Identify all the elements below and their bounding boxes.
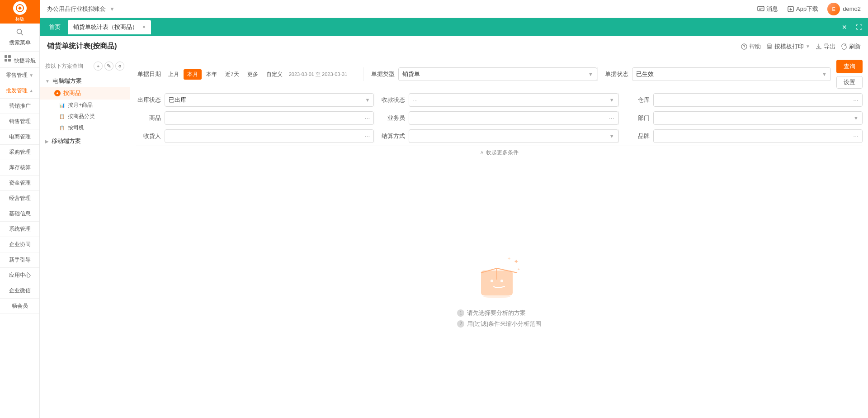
breadcrumb-dropdown-icon[interactable]: ▼ bbox=[109, 6, 115, 12]
active-scheme-dot: ● bbox=[54, 90, 61, 96]
operations-item[interactable]: 经营管理 bbox=[0, 191, 39, 206]
date-tab-more[interactable]: 更多 bbox=[244, 69, 262, 80]
warehouse-dots[interactable]: ··· bbox=[853, 96, 859, 104]
print-dropdown-icon[interactable]: ▼ bbox=[806, 44, 810, 49]
filter-doc-type-cell: 单据类型 销货单 ▼ bbox=[363, 67, 597, 81]
message-action[interactable]: 消息 bbox=[757, 5, 778, 13]
filter-consignee-cell: 收货人 ··· bbox=[136, 129, 374, 143]
system-item[interactable]: 系统管理 bbox=[0, 222, 39, 237]
svg-rect-13 bbox=[768, 47, 771, 48]
edit-scheme-icon[interactable]: ✎ bbox=[104, 62, 113, 71]
tab-home[interactable]: 首页 bbox=[43, 20, 66, 34]
inventory-item[interactable]: 库存核算 bbox=[0, 160, 39, 176]
retail-management-item[interactable]: 零售管理 ▼ bbox=[0, 68, 39, 83]
salesperson-input[interactable]: ··· bbox=[409, 111, 618, 125]
quick-nav-item[interactable]: 快捷导航 bbox=[0, 52, 39, 68]
date-tab-custom[interactable]: 自定义 bbox=[263, 69, 286, 80]
app-center-item[interactable]: 应用中心 bbox=[0, 268, 39, 283]
tab-bar: 首页 销货单统计表（按商品） × ✕ ⛶ bbox=[40, 18, 868, 36]
scheme-item-by-driver[interactable]: 📋 按司机 bbox=[40, 122, 130, 133]
print-btn[interactable]: 按模板打印 ▼ bbox=[766, 43, 810, 51]
filter-settlement-cell: 结算方式 ▼ bbox=[374, 129, 618, 143]
scheme-item-by-goods[interactable]: ● 按商品 bbox=[40, 87, 130, 100]
svg-rect-7 bbox=[758, 6, 764, 11]
dept-dropdown-icon: ▼ bbox=[854, 115, 859, 121]
tab-close-window-btn[interactable]: ✕ bbox=[839, 22, 850, 33]
filter-results-area: 单据日期 上月 本月 本年 近7天 更多 自定义 2023-03-01 至 20… bbox=[130, 55, 868, 418]
empty-tips: 1 请先选择要分析的方案 2 用[过滤]条件来缩小分析范围 bbox=[457, 309, 541, 328]
settlement-input[interactable]: ▼ bbox=[409, 129, 618, 143]
warehouse-input[interactable]: ··· bbox=[653, 93, 863, 107]
brand-label: 品牌 bbox=[624, 132, 653, 140]
scheme-sub-icon-3: 📋 bbox=[59, 125, 65, 131]
date-tab-this-year[interactable]: 本年 bbox=[203, 69, 221, 80]
app-download-action[interactable]: App下载 bbox=[787, 5, 818, 13]
consignee-dots[interactable]: ··· bbox=[365, 133, 370, 140]
date-range-text: 2023-03-01 至 2023-03-31 bbox=[289, 71, 348, 78]
enterprise-wechat-item[interactable]: 企业微信 bbox=[0, 283, 39, 299]
goods-input[interactable]: ··· bbox=[165, 111, 374, 125]
doc-type-input[interactable]: 销货单 ▼ bbox=[398, 67, 597, 81]
purchase-item[interactable]: 采购管理 bbox=[0, 145, 39, 160]
ecommerce-item[interactable]: 电商管理 bbox=[0, 129, 39, 145]
tab-active-label: 销货单统计表（按商品） bbox=[73, 23, 138, 31]
collapse-filter-btn[interactable]: ∧ 收起更多条件 bbox=[136, 146, 863, 159]
tab-maximize-btn[interactable]: ⛶ bbox=[854, 22, 864, 33]
svg-text:✦: ✦ bbox=[514, 258, 519, 265]
query-button[interactable]: 查询 bbox=[836, 60, 863, 73]
basic-info-item[interactable]: 基础信息 bbox=[0, 206, 39, 222]
app-download-label: App下载 bbox=[796, 5, 818, 13]
scheme-group-mobile-header[interactable]: ▶ 移动端方案 bbox=[40, 135, 130, 147]
sales-management-item[interactable]: 销售管理 bbox=[0, 114, 39, 129]
scheme-group-mobile-label: 移动端方案 bbox=[52, 137, 81, 145]
svg-point-15 bbox=[491, 280, 493, 282]
doc-status-input[interactable]: 已生效 ▼ bbox=[632, 67, 831, 81]
collapse-scheme-icon[interactable]: « bbox=[115, 62, 124, 71]
avatar-initials: E bbox=[832, 6, 835, 12]
brand-input[interactable]: ··· bbox=[653, 129, 863, 143]
empty-state: ✦ ✦ ✦ 1 请先选择要分析的方案 2 bbox=[130, 164, 868, 418]
breadcrumb-text: 办公用品行业模拟账套 bbox=[47, 5, 106, 13]
logo-icon bbox=[13, 1, 27, 15]
add-scheme-icon[interactable]: + bbox=[94, 62, 103, 71]
enterprise-collab-item[interactable]: 企业协同 bbox=[0, 237, 39, 252]
scheme-panel-header: 按以下方案查询 + ✎ « bbox=[40, 59, 130, 73]
brand-dots[interactable]: ··· bbox=[853, 133, 859, 140]
scheme-group-mobile-arrow-icon: ▶ bbox=[45, 139, 49, 144]
salesperson-dots[interactable]: ··· bbox=[609, 114, 614, 122]
settings-button[interactable]: 设置 bbox=[836, 76, 863, 89]
empty-tip-1: 1 请先选择要分析的方案 bbox=[457, 309, 541, 317]
scheme-panel-actions: + ✎ « bbox=[94, 62, 124, 71]
filter-date-cell: 单据日期 上月 本月 本年 近7天 更多 自定义 2023-03-01 至 20… bbox=[136, 69, 363, 80]
export-btn[interactable]: 导出 bbox=[816, 43, 835, 51]
receipt-status-input[interactable]: ··· ▼ bbox=[409, 93, 618, 107]
scheme-sub-icon-2: 📋 bbox=[59, 114, 65, 120]
date-tab-this-month[interactable]: 本月 bbox=[184, 69, 202, 80]
wholesale-management-item[interactable]: 批发管理 ▲ bbox=[0, 83, 39, 99]
help-btn[interactable]: 帮助 bbox=[741, 43, 761, 51]
date-tab-7days[interactable]: 近7天 bbox=[222, 69, 243, 80]
membership-item[interactable]: 畅会员 bbox=[0, 299, 39, 314]
sidebar: 标版 搜索菜单 快捷导航 零售管理 ▼ 批发管理 ▲ 营销推广 销售管理 电商管… bbox=[0, 0, 40, 418]
refresh-btn[interactable]: 刷新 bbox=[841, 43, 861, 51]
search-menu-item[interactable]: 搜索菜单 bbox=[0, 24, 39, 52]
finance-item[interactable]: 资金管理 bbox=[0, 176, 39, 191]
tab-close-icon[interactable]: × bbox=[142, 24, 146, 30]
tip-text-1: 请先选择要分析的方案 bbox=[467, 309, 526, 317]
page-content: 销货单统计表(按商品) 帮助 按模板打印 ▼ 导出 刷新 bbox=[40, 36, 868, 418]
dept-input[interactable]: ▼ bbox=[653, 111, 863, 125]
tab-active[interactable]: 销货单统计表（按商品） × bbox=[68, 20, 151, 34]
filter-salesperson-cell: 业务员 ··· bbox=[374, 111, 618, 125]
onboarding-item[interactable]: 新手引导 bbox=[0, 252, 39, 268]
scheme-group-pc-header[interactable]: ▼ 电脑端方案 bbox=[40, 75, 130, 87]
out-status-input[interactable]: 已出库 ▼ bbox=[165, 93, 374, 107]
scheme-item-by-category[interactable]: 📋 按商品分类 bbox=[40, 111, 130, 122]
scheme-item-by-month-goods[interactable]: 📊 按月+商品 bbox=[40, 100, 130, 111]
filter-row-3: 商品 ··· 业务员 ··· bbox=[136, 111, 863, 125]
goods-dots[interactable]: ··· bbox=[365, 114, 370, 122]
user-profile[interactable]: E demo2 bbox=[827, 3, 861, 15]
consignee-input[interactable]: ··· bbox=[165, 129, 374, 143]
marketing-item[interactable]: 营销推广 bbox=[0, 99, 39, 114]
export-label: 导出 bbox=[824, 43, 835, 51]
date-tab-last-month[interactable]: 上月 bbox=[165, 69, 183, 80]
